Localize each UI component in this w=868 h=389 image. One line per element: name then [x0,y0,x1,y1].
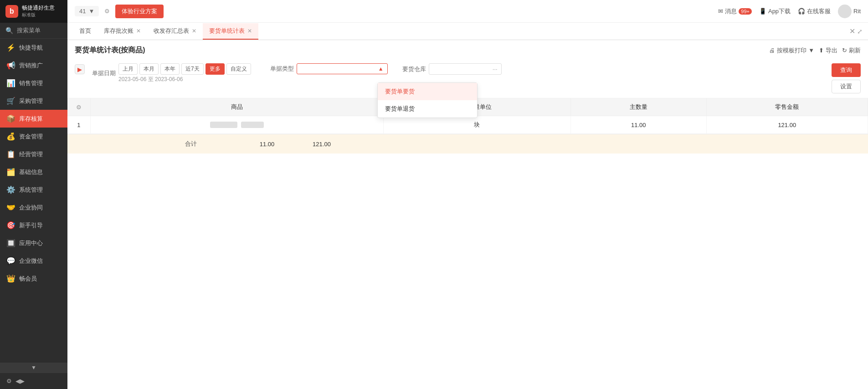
nav-label: 经营管理 [19,150,43,159]
nav-label: 库存核算 [19,115,43,123]
tab-collect-summary[interactable]: 收发存汇总表 ✕ [147,23,203,40]
sidebar-item-guide[interactable]: 🎯 新手引导 [0,216,67,234]
nav-label: 采购管理 [19,97,43,105]
nav-label: 应用中心 [19,239,43,247]
date-btn-custom[interactable]: 自定义 [226,63,251,75]
guide-icon: 🎯 [6,221,15,230]
date-btn-this-month[interactable]: 本月 [139,63,159,75]
sidebar-item-basic-info[interactable]: 🗂️ 基础信息 [0,163,67,181]
sidebar-item-purchase[interactable]: 🛒 采购管理 [0,92,67,110]
nav-label: 营销推广 [19,61,43,70]
col-quantity: 主数量 [571,98,707,116]
export-icon: ⬆ [819,47,824,54]
filter-expand-btn[interactable]: ▶ [75,64,85,74]
nav-label: 畅会员 [19,275,37,283]
user-name: Rit [853,8,861,15]
export-label: 导出 [826,46,837,55]
filter-actions: 查询 设置 [832,63,861,93]
store-selector[interactable]: 41 ▼ [75,6,99,16]
tab-order-stats-label: 要货单统计表 [209,27,245,35]
search-menu[interactable]: 🔍 搜索菜单 [0,23,67,39]
message-btn[interactable]: ✉ 消息 99+ [718,7,752,15]
settings-gear-icon[interactable]: ⚙ [104,8,110,15]
sidebar-item-inventory[interactable]: 📦 库存核算 [0,110,67,128]
sidebar-item-member[interactable]: 👑 畅会员 [0,270,67,287]
nav-label: 基础信息 [19,168,43,176]
date-btn-more[interactable]: 更多 [205,63,225,75]
header-right: ✉ 消息 99+ 📱 App下载 🎧 在线客服 Rit [718,5,861,18]
industry-btn[interactable]: 体验行业方案 [115,5,164,18]
tab-collect-summary-close[interactable]: ✕ [192,28,196,34]
nav-label: 系统管理 [19,186,43,194]
nav-list: ⚡ 快捷导航 📢 营销推广 📊 销售管理 🛒 采购管理 📦 库存核算 💰 资金管… [0,39,67,363]
sidebar-item-app-center[interactable]: 🔲 应用中心 [0,234,67,252]
operations-icon: 📋 [6,150,15,159]
date-btn-7days[interactable]: 近7天 [181,63,204,75]
date-btn-this-year[interactable]: 本年 [160,63,180,75]
tab-order-stats[interactable]: 要货单统计表 ✕ [203,23,258,40]
print-icon: 🖨 [769,47,775,54]
main-content: 41 ▼ ⚙ 体验行业方案 ✉ 消息 99+ 📱 App下载 🎧 在线客服 R [67,0,868,389]
nav-label: 企业协同 [19,204,43,212]
nav-label: 企业微信 [19,257,43,265]
message-icon: ✉ [718,8,723,15]
settings-icon[interactable]: ⚙ [6,378,12,384]
sidebar-item-system[interactable]: ⚙️ 系统管理 [0,181,67,199]
table-settings-icon[interactable]: ⚙ [67,98,90,116]
row-product [90,116,383,134]
nav-label: 资金管理 [19,133,43,141]
refresh-btn[interactable]: ↻ 刷新 [842,46,861,55]
service-icon: 🎧 [798,8,805,15]
sales-icon: 📊 [6,79,15,87]
online-service-btn[interactable]: 🎧 在线客服 [798,7,831,15]
sidebar-item-enterprise[interactable]: 🤝 企业协同 [0,199,67,216]
dropdown-item-order-return[interactable]: 要货单退货 [378,100,477,118]
dropdown-item-order-goods-label: 要货单要货 [385,88,415,95]
row-amount: 121.00 [706,116,868,134]
type-dropdown: 要货单要货 要货单退货 [377,82,478,118]
tab-bar: 首页 库存批次账 ✕ 收发存汇总表 ✕ 要货单统计表 ✕ ✕ ⤢ [67,23,868,40]
logo-name: 畅捷通好生意 [22,5,55,12]
dropdown-item-order-goods[interactable]: 要货单要货 [378,83,477,100]
sidebar-scroll-down[interactable]: ▼ [0,363,67,373]
print-btn[interactable]: 🖨 按模板打印 ▼ [769,46,814,55]
app-download-label: App下载 [768,7,791,15]
export-btn[interactable]: ⬆ 导出 [819,46,837,55]
footer-quantity: 11.00 [240,141,294,148]
user-avatar [838,5,852,18]
tab-batch-account[interactable]: 库存批次账 ✕ [98,23,147,40]
tab-order-stats-close[interactable]: ✕ [247,28,252,34]
type-select[interactable]: ▲ [297,63,388,74]
tab-home[interactable]: 首页 [73,23,98,40]
date-btn-last-month[interactable]: 上月 [118,63,138,75]
page-actions: 🖨 按模板打印 ▼ ⬆ 导出 ↻ 刷新 [769,46,861,55]
filter-settings-btn[interactable]: 设置 [832,80,861,93]
tab-bar-expand-btn[interactable]: ⤢ [857,28,863,35]
refresh-icon: ↻ [842,47,847,54]
inventory-icon: 📦 [6,114,15,123]
header: 41 ▼ ⚙ 体验行业方案 ✉ 消息 99+ 📱 App下载 🎧 在线客服 R [67,0,868,23]
print-label: 按模板打印 [777,46,806,55]
page-body: 要货单统计表(按商品) 🖨 按模板打印 ▼ ⬆ 导出 ↻ 刷新 [67,40,868,389]
marketing-icon: 📢 [6,61,15,70]
sidebar-item-marketing[interactable]: 📢 营销推广 [0,56,67,74]
sidebar-item-operations[interactable]: 📋 经营管理 [0,145,67,163]
footer-total-label: 合计 [179,140,203,148]
user-avatar-area[interactable]: Rit [838,5,861,18]
basic-info-icon: 🗂️ [6,168,15,176]
sidebar-item-wechat[interactable]: 💬 企业微信 [0,252,67,270]
logo-sub: 标准版 [22,12,55,18]
warehouse-select[interactable]: ··· [429,63,502,75]
filter-bar: ▶ 单据日期 上月 本月 本年 近7天 更多 自定义 [67,59,868,98]
app-download-btn[interactable]: 📱 App下载 [759,7,791,15]
tab-bar-close-btn[interactable]: ✕ [849,27,855,36]
collapse-icon[interactable]: ◀▶ [15,378,25,384]
tab-batch-account-close[interactable]: ✕ [136,28,141,34]
query-btn[interactable]: 查询 [832,63,861,77]
sidebar-item-finance[interactable]: 💰 资金管理 [0,128,67,145]
system-icon: ⚙️ [6,185,15,194]
message-label: 消息 [725,7,737,15]
sidebar-item-quick-nav[interactable]: ⚡ 快捷导航 [0,39,67,56]
sidebar-item-sales[interactable]: 📊 销售管理 [0,74,67,92]
warehouse-filter-group: 要货仓库 ··· [402,63,502,75]
